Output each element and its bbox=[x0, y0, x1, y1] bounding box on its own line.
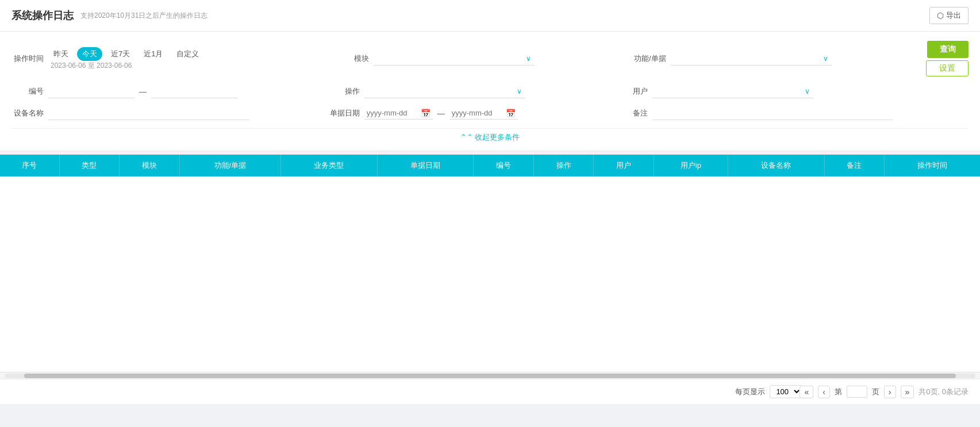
page-size-label: 每页显示 bbox=[735, 387, 765, 397]
user-label: 用户 bbox=[616, 86, 648, 97]
operation-dropdown[interactable]: ∨ bbox=[364, 85, 525, 98]
total-info: 共0页, 0条记录 bbox=[918, 387, 969, 397]
filter-row-3: 设备名称 单据日期 📅 — 📅 备注 bbox=[11, 106, 969, 120]
col-operation: 操作 bbox=[533, 155, 593, 176]
user-filter: 用户 ∨ bbox=[616, 85, 893, 98]
empty-area bbox=[0, 176, 980, 372]
device-label: 设备名称 bbox=[11, 108, 44, 118]
page-number-input[interactable]: 1 bbox=[847, 386, 867, 398]
device-input[interactable] bbox=[48, 106, 249, 120]
data-table: 序号 类型 模块 功能/单据 业务类型 单据日期 编号 操作 用户 用户ip 设… bbox=[0, 155, 980, 176]
collapse-bar[interactable]: ⌃⌃ 收起更多条件 bbox=[11, 128, 969, 146]
action-buttons: 查询 设置 bbox=[926, 41, 969, 76]
device-filter: 设备名称 bbox=[11, 106, 316, 120]
user-arrow-icon: ∨ bbox=[805, 87, 810, 95]
prev-page-button[interactable]: ‹ bbox=[818, 386, 830, 398]
calendar-to-icon[interactable]: 📅 bbox=[506, 109, 516, 118]
col-user-ip: 用户ip bbox=[654, 155, 728, 176]
date-range-display: 2023-06-06 至 2023-06-06 bbox=[51, 61, 204, 71]
time-buttons: 昨天 今天 近7天 近1月 自定义 bbox=[48, 47, 204, 61]
page-label: 第 bbox=[835, 387, 842, 397]
export-label: 导出 bbox=[946, 10, 961, 21]
next-page-button[interactable]: › bbox=[884, 386, 896, 398]
date-to-input[interactable] bbox=[452, 109, 504, 117]
last-page-button[interactable]: » bbox=[901, 386, 914, 398]
query-button[interactable]: 查询 bbox=[927, 41, 969, 58]
pagination-bar: 每页显示 100 50 200 « ‹ 第 1 页 › » 共0页, 0条记录 bbox=[0, 379, 980, 404]
export-icon: ⬡ bbox=[937, 11, 944, 20]
time-btn-7days[interactable]: 近7天 bbox=[106, 47, 135, 61]
remark-label: 备注 bbox=[616, 108, 648, 118]
function-label: 功能/单据 bbox=[634, 53, 666, 64]
date-to-wrap: 📅 bbox=[449, 107, 518, 120]
col-voucher-date: 单据日期 bbox=[377, 155, 474, 176]
col-number: 编号 bbox=[474, 155, 533, 176]
col-module: 模块 bbox=[120, 155, 179, 176]
number-filter: 编号 — bbox=[11, 84, 316, 98]
settings-button[interactable]: 设置 bbox=[926, 60, 969, 76]
module-dropdown[interactable]: ∨ bbox=[374, 52, 535, 66]
time-btn-yesterday[interactable]: 昨天 bbox=[48, 47, 74, 61]
number-dash: — bbox=[139, 87, 147, 96]
time-btn-1month[interactable]: 近1月 bbox=[139, 47, 168, 61]
operation-filter: 操作 ∨ bbox=[328, 85, 605, 98]
number-label: 编号 bbox=[11, 86, 44, 97]
voucher-date-label: 单据日期 bbox=[328, 108, 360, 118]
function-arrow-icon: ∨ bbox=[823, 55, 828, 63]
col-biz-type: 业务类型 bbox=[281, 155, 378, 176]
scrollbar-track bbox=[5, 374, 975, 378]
col-op-time: 操作时间 bbox=[884, 155, 980, 176]
col-device: 设备名称 bbox=[728, 155, 824, 176]
module-arrow-icon: ∨ bbox=[526, 55, 531, 63]
remark-input[interactable] bbox=[652, 106, 893, 120]
first-page-button[interactable]: « bbox=[800, 386, 813, 398]
filter-section: 操作时间 昨天 今天 近7天 近1月 自定义 2023-06-06 至 2023… bbox=[0, 32, 980, 151]
function-filter: 功能/单据 ∨ bbox=[634, 52, 919, 66]
time-btn-today[interactable]: 今天 bbox=[77, 47, 102, 61]
date-dash: — bbox=[437, 109, 445, 118]
col-remark: 备注 bbox=[824, 155, 884, 176]
time-btn-custom[interactable]: 自定义 bbox=[171, 47, 204, 61]
module-label: 模块 bbox=[337, 53, 369, 64]
page-size-select[interactable]: 100 50 200 bbox=[770, 385, 802, 398]
time-section: 昨天 今天 近7天 近1月 自定义 2023-06-06 至 2023-06-0… bbox=[48, 47, 204, 71]
col-user: 用户 bbox=[594, 155, 654, 176]
col-seq: 序号 bbox=[0, 155, 59, 176]
voucher-date-filter: 单据日期 📅 — 📅 bbox=[328, 107, 605, 120]
module-filter: 模块 ∨ bbox=[337, 52, 622, 66]
col-type: 类型 bbox=[59, 155, 119, 176]
filter-row-2: 编号 — 操作 ∨ 用户 ∨ bbox=[11, 84, 969, 98]
number-from-input[interactable] bbox=[48, 84, 134, 98]
col-function: 功能/单据 bbox=[179, 155, 280, 176]
number-to-input[interactable] bbox=[151, 84, 237, 98]
operation-label: 操作 bbox=[328, 86, 360, 97]
collapse-label: 收起更多条件 bbox=[475, 133, 520, 141]
table-section: 序号 类型 模块 功能/单据 业务类型 单据日期 编号 操作 用户 用户ip 设… bbox=[0, 155, 980, 372]
table-header: 序号 类型 模块 功能/单据 业务类型 单据日期 编号 操作 用户 用户ip 设… bbox=[0, 155, 980, 176]
calendar-from-icon[interactable]: 📅 bbox=[421, 109, 431, 118]
operation-arrow-icon: ∨ bbox=[517, 87, 522, 95]
operation-time-filter: 操作时间 昨天 今天 近7天 近1月 自定义 2023-06-06 至 2023… bbox=[11, 47, 325, 71]
user-dropdown[interactable]: ∨ bbox=[652, 85, 813, 98]
export-button[interactable]: ⬡ 导出 bbox=[929, 7, 969, 24]
horizontal-scrollbar[interactable] bbox=[0, 372, 980, 379]
remark-filter: 备注 bbox=[616, 106, 893, 120]
page-subtitle: 支持2020年10月31日之后产生的操作日志 bbox=[80, 11, 207, 21]
date-from-wrap: 📅 bbox=[364, 107, 433, 120]
header-left: 系统操作日志 支持2020年10月31日之后产生的操作日志 bbox=[11, 9, 207, 22]
operation-time-label: 操作时间 bbox=[11, 53, 44, 64]
page-header: 系统操作日志 支持2020年10月31日之后产生的操作日志 ⬡ 导出 bbox=[0, 0, 980, 32]
page-unit: 页 bbox=[872, 387, 879, 397]
date-from-input[interactable] bbox=[367, 109, 418, 117]
function-dropdown[interactable]: ∨ bbox=[671, 52, 832, 66]
page-title: 系统操作日志 bbox=[11, 9, 74, 22]
scrollbar-thumb[interactable] bbox=[24, 374, 956, 378]
table-header-row: 序号 类型 模块 功能/单据 业务类型 单据日期 编号 操作 用户 用户ip 设… bbox=[0, 155, 980, 176]
collapse-icon: ⌃⌃ bbox=[460, 133, 473, 141]
filter-row-1: 操作时间 昨天 今天 近7天 近1月 自定义 2023-06-06 至 2023… bbox=[11, 41, 969, 76]
